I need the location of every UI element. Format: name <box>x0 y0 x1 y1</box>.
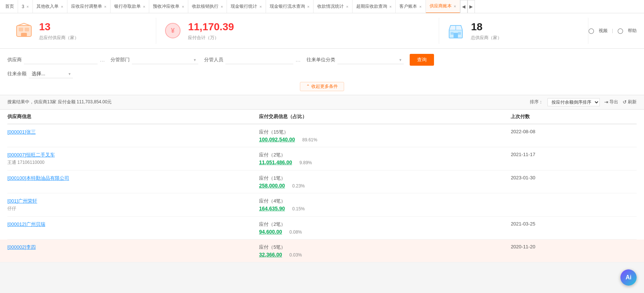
stat-total-payable-label: 应付合计（万） <box>188 35 234 41</box>
tab-other-income-close[interactable]: × <box>61 4 63 9</box>
filter-dept: 分管部门 ▾ <box>111 55 198 64</box>
supplier-info-cell: [001]广州荣轩 仔仔 <box>7 198 259 212</box>
tab-collection-stat[interactable]: 收款情况统计 × <box>314 0 352 13</box>
tx-percent: 9.89% <box>300 160 312 165</box>
svg-rect-1 <box>19 28 23 31</box>
collapse-label: 收起更多条件 <box>311 83 338 90</box>
tx-label: 应付（2笔） <box>259 152 511 158</box>
tx-amount[interactable]: 94,600.00 <box>259 229 282 235</box>
table-header: 供应商信息 应付交易信息（占比） 上次付数 <box>7 110 637 124</box>
tab-cash-stat-close[interactable]: × <box>259 4 262 9</box>
supplier-link[interactable]: [001]广州荣轩 <box>7 198 259 204</box>
tab-supplier-ledger-close[interactable]: × <box>454 4 456 8</box>
tx-amount[interactable]: 100,092,540.00 <box>259 137 295 142</box>
person-input[interactable] <box>225 55 293 64</box>
tab-customer-ledger-close[interactable]: × <box>419 4 421 9</box>
top-right-links: ◯ 视频 | ◯ 帮助 <box>588 28 637 34</box>
result-summary: 搜索结果中，供应商13家 应付金额 111,703,854.00元 <box>7 99 112 105</box>
tab-collection[interactable]: 收款核销执行 × <box>188 0 227 13</box>
last-pay-cell: 2020-11-20 <box>511 244 637 249</box>
nav-prev-arrow[interactable]: ◀ <box>460 0 468 13</box>
person-dots-btn[interactable]: ... <box>295 56 300 63</box>
supplier-link[interactable]: [000002]李四 <box>7 244 259 251</box>
col-last-pay: 上次付数 <box>511 113 637 120</box>
query-button[interactable]: 查询 <box>410 54 434 66</box>
supplier-input[interactable] <box>24 55 98 64</box>
supplier-info-cell: [000001]张三 <box>7 129 259 135</box>
tab-3-close[interactable]: × <box>27 4 29 9</box>
tab-bank-deposit-label: 银行存取款单 <box>114 3 141 10</box>
tx-amount[interactable]: 164,635.90 <box>259 206 285 211</box>
filter-category-wrap: ▾ <box>337 55 404 64</box>
category-select[interactable] <box>337 55 404 64</box>
tab-prepay[interactable]: 预收冲应收单 × <box>149 0 188 13</box>
tab-cash-flow[interactable]: 现金银行流水查询 × <box>266 0 314 13</box>
dept-select[interactable] <box>132 55 198 64</box>
tab-supplier-ledger[interactable]: 供应商账本 × <box>426 0 460 13</box>
tab-cash-flow-close[interactable]: × <box>307 4 309 9</box>
stat-all-suppliers: 18 总供应商（家） <box>439 18 588 44</box>
supplier-dots-btn[interactable]: ... <box>100 56 105 63</box>
table-body: [000001]张三 应付（15笔） 100,092,540.00 89.61%… <box>7 124 637 262</box>
table-row: [000012]广州贝瑞 应付（2笔） 94,600.00 0.08% 2021… <box>7 217 637 239</box>
filter-balance-wrap: 选择... ▾ <box>29 69 73 78</box>
table-row: [000001]张三 应付（15笔） 100,092,540.00 89.61%… <box>7 124 637 147</box>
supplier-link[interactable]: [000012]广州贝瑞 <box>7 221 259 228</box>
stat-total-payable: ¥ 11,170.39 应付合计（万） <box>156 18 439 44</box>
tab-bank-deposit[interactable]: 银行存取款单 × <box>111 0 149 13</box>
tx-amount[interactable]: 32,366.00 <box>259 252 282 258</box>
tab-supplier-ledger-label: 供应商账本 <box>430 3 452 9</box>
help-link[interactable]: 帮助 <box>628 28 637 34</box>
video-link[interactable]: 视频 <box>599 28 608 34</box>
stat-total-payable-content: 11,170.39 应付合计（万） <box>188 21 234 41</box>
tab-overdue[interactable]: 超期应收款查询 × <box>353 0 396 13</box>
tab-home[interactable]: 首页 <box>1 0 18 13</box>
tab-ap-adjust-label: 应收应付调整单 <box>71 3 102 10</box>
filter-row-1: 供应商 ... 分管部门 ▾ 分管人员 ... 往来单位分类 <box>7 54 637 66</box>
tx-percent: 0.03% <box>289 252 302 258</box>
svg-text:¥: ¥ <box>171 27 175 34</box>
tx-label: 应付（2笔） <box>259 221 511 228</box>
balance-select[interactable]: 选择... <box>29 69 73 78</box>
tab-prepay-close[interactable]: × <box>182 4 184 9</box>
circle-icon2: ◯ <box>617 28 623 34</box>
refresh-button[interactable]: ↺ 刷新 <box>623 99 637 105</box>
tab-other-income[interactable]: 其他收入单 × <box>33 0 67 13</box>
filter-person: 分管人员 ... <box>204 55 300 64</box>
tab-overdue-close[interactable]: × <box>389 4 392 9</box>
supplier-icon <box>15 21 33 40</box>
stat-all-suppliers-content: 18 总供应商（家） <box>471 21 502 41</box>
tab-ap-adjust-close[interactable]: × <box>104 4 106 9</box>
top-nav: 首页 3 × 其他收入单 × 应收应付调整单 × 银行存取款单 × 预收冲应收单… <box>0 0 644 13</box>
tab-customer-ledger[interactable]: 客户账本 × <box>396 0 426 13</box>
tab-cash-stat[interactable]: 现金银行统计 × <box>227 0 266 13</box>
col-supplier-info: 供应商信息 <box>7 113 259 120</box>
tab-collection-stat-close[interactable]: × <box>346 4 348 9</box>
tab-home-label: 首页 <box>5 3 14 10</box>
tx-amount[interactable]: 258,000.00 <box>259 183 285 189</box>
svg-rect-8 <box>451 32 454 35</box>
tab-3[interactable]: 3 × <box>18 0 33 13</box>
tx-info-cell: 应付（15笔） 100,092,540.00 89.61% <box>259 129 511 142</box>
sort-label: 排序： <box>530 99 543 105</box>
filter-supplier-label: 供应商 <box>7 56 22 63</box>
tab-bank-deposit-close[interactable]: × <box>143 4 145 9</box>
collapse-button[interactable]: ⌃ 收起更多条件 <box>300 82 344 91</box>
supplier-link[interactable]: [000100]本特勤油品有限公司 <box>7 175 259 182</box>
sort-select[interactable]: 按应付余额倒序排序 <box>547 98 600 106</box>
tab-prepay-label: 预收冲应收单 <box>153 3 179 10</box>
table-row: [000100]本特勤油品有限公司 应付（1笔） 258,000.00 0.23… <box>7 170 637 193</box>
nav-next-arrow[interactable]: ▶ <box>468 0 475 13</box>
chevron-up-icon: ⌃ <box>306 84 310 89</box>
tab-ap-adjust[interactable]: 应收应付调整单 × <box>67 0 111 13</box>
export-button[interactable]: ⇥ 导出 <box>604 99 618 105</box>
supplier-link[interactable]: [000007]恒旺二手叉车 <box>7 152 259 158</box>
filter-balance-label: 往来余额 <box>7 70 27 77</box>
last-pay-cell: 2023-01-30 <box>511 175 637 180</box>
tab-collection-close[interactable]: × <box>221 4 223 9</box>
tx-amount[interactable]: 11,051,486.00 <box>259 159 292 165</box>
circle-icon: ◯ <box>588 28 594 34</box>
tab-other-income-label: 其他收入单 <box>36 3 59 10</box>
supplier-link[interactable]: [000001]张三 <box>7 129 259 135</box>
stat-all-suppliers-value: 18 <box>471 21 502 33</box>
